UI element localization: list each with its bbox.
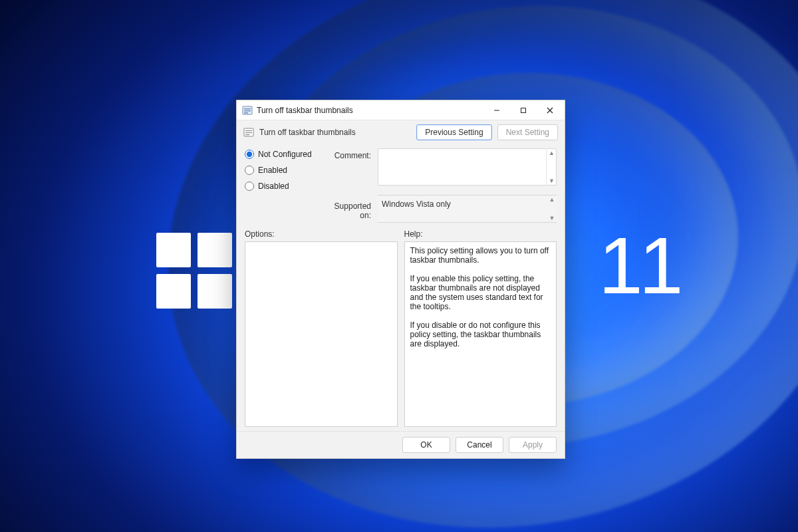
svg-rect-3 — [244, 112, 248, 114]
svg-rect-8 — [245, 134, 249, 135]
comment-textarea[interactable]: ▲ ▼ — [378, 148, 557, 186]
app-icon — [242, 105, 253, 116]
subheader: Turn off taskbar thumbnails Previous Set… — [237, 120, 565, 144]
supported-on-label: Supported on: — [325, 195, 371, 223]
radio-label: Disabled — [258, 182, 289, 191]
cancel-button[interactable]: Cancel — [456, 437, 503, 453]
minimize-button[interactable] — [483, 101, 510, 120]
radio-disabled[interactable]: Disabled — [245, 182, 318, 191]
svg-rect-2 — [244, 110, 251, 112]
state-radio-group: Not Configured Enabled Disabled — [245, 148, 318, 191]
close-button[interactable] — [537, 101, 563, 120]
svg-rect-6 — [245, 130, 252, 131]
ok-button[interactable]: OK — [402, 437, 450, 453]
radio-enabled-input[interactable] — [245, 166, 254, 175]
titlebar[interactable]: Turn off taskbar thumbnails — [237, 100, 565, 120]
state-section: Not Configured Enabled Disabled Comment:… — [237, 144, 565, 224]
window-title: Turn off taskbar thumbnails — [257, 106, 483, 115]
options-label: Options: — [245, 229, 398, 239]
desktop-wallpaper: 11 Turn off taskbar thumbnails — [0, 0, 798, 532]
radio-label: Enabled — [258, 166, 287, 175]
radio-not-configured[interactable]: Not Configured — [245, 150, 318, 159]
comment-label: Comment: — [325, 148, 371, 160]
desktop-brand-text: 11 — [598, 219, 679, 311]
scroll-up-icon[interactable]: ▲ — [547, 148, 557, 158]
policy-title: Turn off taskbar thumbnails — [259, 128, 411, 137]
dialog-footer: OK Cancel Apply — [237, 431, 565, 458]
scroll-track: ▲ ▼ — [546, 148, 557, 186]
scroll-down-icon[interactable]: ▼ — [547, 176, 557, 186]
radio-not-configured-input[interactable] — [245, 150, 254, 159]
previous-setting-button[interactable]: Previous Setting — [416, 124, 491, 140]
help-pane[interactable]: This policy setting allows you to turn o… — [404, 241, 557, 427]
radio-disabled-input[interactable] — [245, 182, 254, 191]
svg-rect-1 — [244, 108, 251, 110]
scroll-down-icon[interactable]: ▼ — [547, 213, 557, 223]
scroll-up-icon[interactable]: ▲ — [547, 195, 557, 204]
policy-editor-dialog: Turn off taskbar thumbnails Turn off t — [236, 100, 565, 459]
supported-on-value: Windows Vista only — [382, 200, 451, 209]
windows-logo-icon — [156, 233, 232, 309]
supported-on-field: Windows Vista only ▲ ▼ — [378, 195, 557, 223]
radio-enabled[interactable]: Enabled — [245, 166, 318, 175]
options-help-section: Options: Help: This policy setting allow… — [237, 224, 565, 431]
help-label: Help: — [404, 229, 557, 239]
maximize-button[interactable] — [510, 101, 537, 120]
options-pane[interactable] — [245, 241, 398, 427]
svg-rect-7 — [245, 132, 252, 133]
policy-icon — [243, 127, 254, 138]
next-setting-button[interactable]: Next Setting — [497, 124, 558, 140]
svg-rect-4 — [521, 108, 526, 112]
radio-label: Not Configured — [258, 150, 312, 159]
apply-button[interactable]: Apply — [509, 437, 557, 453]
